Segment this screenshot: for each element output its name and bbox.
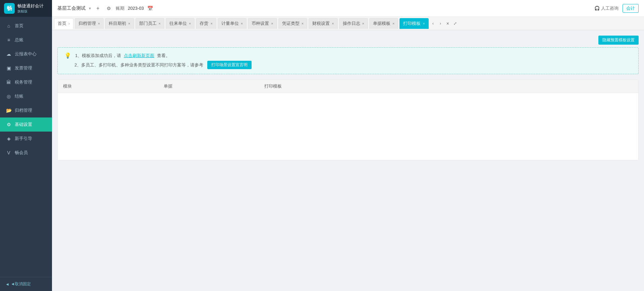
sidebar-item-label: 新手引导 <box>15 136 32 142</box>
collapse-arrow-icon: ◄ <box>5 282 9 287</box>
archive-icon: 📂 <box>5 107 12 114</box>
logo-title: 畅捷通好会计 <box>17 3 44 9</box>
page-content: 隐藏预置模板设置 💡 1、模板添加成功后，请 点击刷新新页面 查看。 2、多员工… <box>52 30 644 291</box>
period-value: 2023-03 <box>128 6 144 11</box>
close-icon[interactable]: × <box>271 21 273 26</box>
sidebar-item-basic-settings[interactable]: ⚙ 基础设置 <box>0 117 52 132</box>
sidebar-item-checkout[interactable]: ◎ 结账 <box>0 89 52 103</box>
guide-icon: ◈ <box>5 135 12 142</box>
tab-inventory-label: 存货 <box>200 20 208 27</box>
tab-measure-unit-label: 计量单位 <box>221 20 239 27</box>
tab-currency[interactable]: 币种设置 × <box>248 18 277 29</box>
hide-template-button[interactable]: 隐藏预置模板设置 <box>598 36 639 45</box>
tab-voucher-type-label: 凭证类型 <box>282 20 300 27</box>
logo-icon: 畅 <box>4 3 15 14</box>
close-icon[interactable]: × <box>332 21 334 26</box>
headset-icon: 🎧 <box>594 6 600 11</box>
tab-tax-settings[interactable]: 财税设置 × <box>309 18 337 29</box>
close-icon[interactable]: × <box>302 21 304 26</box>
sidebar-item-label: 云报表中心 <box>15 51 37 57</box>
tab-archive-mgmt-label: 归档管理 <box>78 20 96 27</box>
sidebar-item-invoices[interactable]: ▣ 发票管理 <box>0 61 52 75</box>
tab-single-form[interactable]: 单据模板 × <box>369 18 398 29</box>
sidebar-item-label: 税务管理 <box>15 79 32 85</box>
add-company-button[interactable]: + <box>94 5 102 12</box>
sidebar-item-home[interactable]: ⌂ 首页 <box>0 19 52 33</box>
settings-icon: ⚙ <box>5 121 12 128</box>
sidebar-item-reports[interactable]: ☁ 云报表中心 <box>0 47 52 61</box>
header-left: 基层工会测试 ▾ + ⚙ 账期 2023-03 📅 <box>57 5 153 12</box>
top-header: 基层工会测试 ▾ + ⚙ 账期 2023-03 📅 🎧 人工咨询 会计 <box>52 0 644 17</box>
close-icon[interactable]: × <box>159 21 161 26</box>
tab-home-label: 首页 <box>58 20 66 27</box>
header-right: 🎧 人工咨询 会计 <box>594 4 639 13</box>
close-icon[interactable]: × <box>241 21 243 26</box>
company-settings-icon[interactable]: ⚙ <box>105 5 112 12</box>
sidebar-item-label: 首页 <box>15 23 23 29</box>
tab-counterpart-label: 往来单位 <box>169 20 187 27</box>
content-header: 隐藏预置模板设置 <box>57 36 639 45</box>
sidebar-item-general-ledger[interactable]: ≡ 总账 <box>0 33 52 47</box>
tab-counterpart[interactable]: 往来单位 × <box>166 18 195 29</box>
sidebar-footer[interactable]: ◄ ◄取消固定 <box>0 277 52 291</box>
table-header: 模块 单据 打印模板 <box>58 80 638 93</box>
support-label: 人工咨询 <box>601 5 619 11</box>
tab-print-template[interactable]: 打印模板 × <box>399 18 428 29</box>
tab-bar: 首页 › 归档管理 × 科目期初 × 部门员工 × 往来单位 × 存货 × 计量… <box>52 17 644 30</box>
col-module: 模块 <box>58 80 158 93</box>
sidebar-item-guide[interactable]: ◈ 新手引导 <box>0 132 52 146</box>
sidebar-item-label: 发票管理 <box>15 65 32 71</box>
tab-subject-period[interactable]: 科目期初 × <box>105 18 134 29</box>
close-icon[interactable]: × <box>423 21 425 26</box>
notice-box: 💡 1、模板添加成功后，请 点击刷新新页面 查看。 2、多员工、多打印机、多种业… <box>57 47 639 74</box>
member-icon: V <box>5 149 12 156</box>
notice-row-1: 💡 1、模板添加成功后，请 点击刷新新页面 查看。 <box>64 52 632 59</box>
sidebar-item-label: 基础设置 <box>15 122 32 128</box>
sidebar-item-archive[interactable]: 📂 归档管理 <box>0 103 52 117</box>
tab-prev-button[interactable]: ‹ <box>429 20 437 27</box>
notice-line1-suffix: 查看。 <box>157 53 170 59</box>
close-icon[interactable]: × <box>362 21 364 26</box>
col-document: 单据 <box>158 80 259 93</box>
close-icon[interactable]: × <box>210 21 212 26</box>
tab-next-button[interactable]: › <box>437 20 444 27</box>
tab-currency-label: 币种设置 <box>252 20 269 27</box>
sidebar-item-tax[interactable]: 🏛 税务管理 <box>0 75 52 89</box>
calendar-icon[interactable]: 📅 <box>147 6 153 11</box>
tax-icon: 🏛 <box>5 79 12 86</box>
logo-area: 畅 畅捷通好会计 旗舰版 <box>0 0 52 17</box>
chevron-right-icon[interactable]: › <box>68 21 70 26</box>
company-dropdown-arrow-icon[interactable]: ▾ <box>89 6 91 11</box>
lightbulb-icon: 💡 <box>64 52 71 59</box>
tab-department[interactable]: 部门员工 × <box>136 18 164 29</box>
tab-home[interactable]: 首页 › <box>54 18 73 29</box>
close-icon[interactable]: × <box>189 21 191 26</box>
home-icon: ⌂ <box>5 22 12 29</box>
col-print-template: 打印模板 <box>259 80 638 93</box>
tab-print-template-label: 打印模板 <box>403 20 421 27</box>
tab-voucher-type[interactable]: 凭证类型 × <box>278 18 307 29</box>
company-name: 基层工会测试 <box>57 5 86 11</box>
tab-archive-mgmt[interactable]: 归档管理 × <box>75 18 104 29</box>
tab-operation-log[interactable]: 操作日志 × <box>339 18 368 29</box>
close-icon[interactable]: × <box>392 21 394 26</box>
refresh-link[interactable]: 点击刷新新页面 <box>124 53 154 59</box>
tab-operation-log-label: 操作日志 <box>343 20 360 27</box>
checkout-icon: ◎ <box>5 93 12 100</box>
sidebar-item-label: 总账 <box>15 37 23 43</box>
tab-measure-unit[interactable]: 计量单位 × <box>218 18 247 29</box>
sidebar-item-member[interactable]: V 畅会员 <box>0 146 52 160</box>
cloud-icon: ☁ <box>5 51 12 57</box>
notice-line2-prefix: 2、多员工、多打印机、多种业务类型设置不同打印方案等，请参考 <box>74 62 203 68</box>
close-icon[interactable]: × <box>128 21 130 26</box>
notice-line1-prefix: 1、模板添加成功后，请 <box>75 53 121 59</box>
expand-tabs-button[interactable]: ⤢ <box>451 20 459 27</box>
table-body <box>58 93 638 160</box>
print-scene-button[interactable]: 打印场景设置宣言明 <box>207 61 252 69</box>
logo-text: 畅捷通好会计 旗舰版 <box>17 3 44 13</box>
support-button[interactable]: 🎧 人工咨询 <box>594 5 619 11</box>
close-all-tabs-button[interactable]: × <box>444 20 451 27</box>
account-button[interactable]: 会计 <box>623 4 639 13</box>
close-icon[interactable]: × <box>98 21 100 26</box>
tab-inventory[interactable]: 存货 × <box>196 18 216 29</box>
